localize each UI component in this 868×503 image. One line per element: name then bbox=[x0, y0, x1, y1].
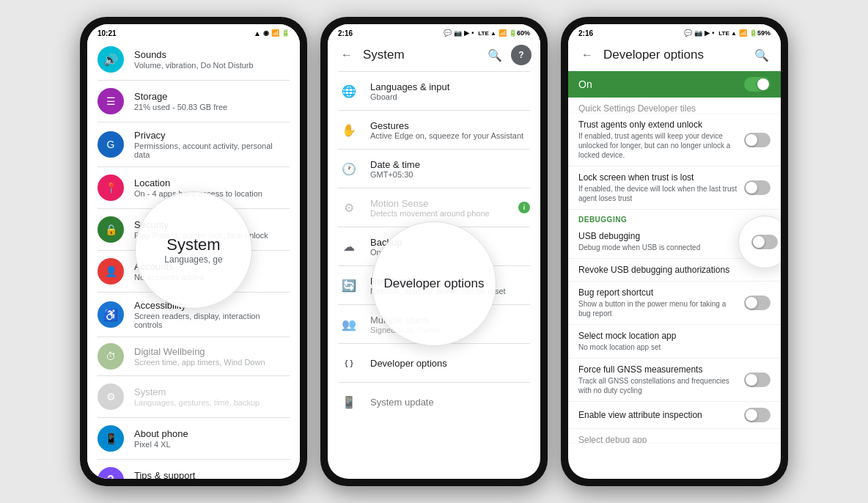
menu-system-update[interactable]: 📱 System update bbox=[328, 383, 540, 421]
settings-item-storage[interactable]: ☰ Storage 21% used - 50.83 GB free bbox=[87, 81, 300, 122]
status-bar-2: 2:16 💬 📷 ▶ • LTE ▲ 📶 🔋60% bbox=[328, 24, 540, 39]
status-icons-2: 💬 📷 ▶ • LTE ▲ 📶 🔋60% bbox=[444, 29, 530, 37]
dev-master-toggle-thumb bbox=[757, 78, 769, 90]
digital-wellbeing-icon: ⏱ bbox=[98, 343, 124, 370]
screen-title-2: System bbox=[363, 48, 479, 62]
menu-gestures[interactable]: ✋ Gestures Active Edge on, squeeze for y… bbox=[328, 111, 540, 149]
settings-item-about[interactable]: 📱 About phone Pixel 4 XL bbox=[87, 418, 300, 459]
settings-list-1: 🔊 Sounds Volume, vibration, Do Not Distu… bbox=[87, 39, 300, 479]
about-icon: 📱 bbox=[98, 425, 124, 452]
dev-option-gnss[interactable]: Force full GNSS measurements Track all G… bbox=[568, 359, 781, 402]
motion-sense-icon: ⚙ bbox=[338, 197, 360, 219]
status-icons-3: 💬 📷 ▶ • LTE ▲ 📶 🔋59% bbox=[684, 29, 770, 37]
accessibility-icon: ♿ bbox=[98, 301, 124, 328]
developer-icon: { } bbox=[338, 352, 360, 374]
time-2: 2:16 bbox=[338, 29, 353, 37]
reset-icon: 🔄 bbox=[338, 274, 360, 296]
storage-icon: ☰ bbox=[98, 88, 124, 114]
users-icon: 👥 bbox=[338, 313, 360, 335]
security-icon: 🔒 bbox=[98, 216, 124, 243]
settings-item-sounds[interactable]: 🔊 Sounds Volume, vibration, Do Not Distu… bbox=[87, 39, 300, 80]
accounts-icon: 👤 bbox=[98, 258, 124, 284]
dev-master-toggle[interactable] bbox=[744, 77, 770, 92]
location-icon: 📍 bbox=[98, 175, 124, 201]
usb-debugging-toggle[interactable] bbox=[751, 235, 778, 249]
system-menu: 🌐 Languages & input Gboard ✋ Gestures Ac… bbox=[328, 72, 540, 479]
dev-on-label: On bbox=[578, 78, 592, 90]
datetime-icon: 🕐 bbox=[338, 158, 360, 180]
dev-option-mock-location[interactable]: Select mock location app No mock locatio… bbox=[568, 325, 781, 359]
back-button-3[interactable]: ← bbox=[577, 45, 597, 65]
app-bar-3: ← Developer options 🔍 bbox=[568, 39, 781, 71]
system-update-icon: 📱 bbox=[338, 391, 360, 413]
time-3: 2:16 bbox=[578, 29, 593, 37]
settings-item-tips[interactable]: ? Tips & support Help articles, phone & … bbox=[87, 460, 300, 479]
search-button-3[interactable]: 🔍 bbox=[751, 45, 772, 65]
sounds-title: Sounds bbox=[134, 49, 290, 60]
search-button-2[interactable]: 🔍 bbox=[485, 45, 505, 65]
system-icon: ⚙ bbox=[98, 383, 124, 410]
phone-1: 10:21 ▲ ◉ 📶 🔋 🔊 Sounds Volume, vibration… bbox=[80, 17, 307, 486]
help-button-2[interactable]: ? bbox=[511, 45, 532, 65]
developer-circle-text: Developer options bbox=[376, 276, 491, 291]
privacy-icon: G bbox=[98, 131, 124, 158]
dev-option-debug-app[interactable]: Select debug app bbox=[568, 429, 781, 444]
app-bar-2: ← System 🔍 ? bbox=[328, 39, 540, 71]
gnss-toggle[interactable] bbox=[744, 372, 770, 387]
status-bar-1: 10:21 ▲ ◉ 📶 🔋 bbox=[87, 24, 300, 39]
phone-2: 2:16 💬 📷 ▶ • LTE ▲ 📶 🔋60% ← System 🔍 ? 🌐 bbox=[320, 17, 548, 486]
circle-text: System bbox=[166, 235, 220, 254]
dev-option-trust-agents[interactable]: Trust agents only extend unlock If enabl… bbox=[568, 114, 781, 166]
bug-report-toggle[interactable] bbox=[744, 295, 770, 310]
settings-item-system[interactable]: ⚙ System Languages, gestures, time, back… bbox=[87, 376, 300, 417]
back-button-2[interactable]: ← bbox=[336, 45, 357, 65]
dev-option-usb-debugging[interactable]: USB debugging Debug mode when USB is con… bbox=[568, 225, 781, 259]
time-1: 10:21 bbox=[98, 29, 117, 37]
developer-circle-overlay: Developer options bbox=[372, 221, 496, 346]
status-icons-1: ▲ ◉ 📶 🔋 bbox=[254, 29, 290, 37]
dev-option-view-attr[interactable]: Enable view attribute inspection bbox=[568, 402, 781, 429]
backup-icon: ☁ bbox=[338, 235, 360, 257]
menu-developer[interactable]: { } Developer options bbox=[328, 344, 540, 382]
dev-option-lock-screen[interactable]: Lock screen when trust is lost If enable… bbox=[568, 166, 781, 210]
sounds-icon: 🔊 bbox=[98, 46, 124, 73]
tips-icon: ? bbox=[98, 467, 124, 479]
system-circle-overlay: System Languages, ge bbox=[135, 191, 252, 309]
developer-options-list: Quick Settings Developer tiles Trust age… bbox=[568, 98, 781, 479]
languages-icon: 🌐 bbox=[338, 80, 360, 102]
menu-datetime[interactable]: 🕐 Date & time GMT+05:30 bbox=[328, 150, 540, 188]
dev-option-bug-report[interactable]: Bug report shortcut Show a button in the… bbox=[568, 282, 781, 325]
trust-agents-toggle[interactable] bbox=[744, 133, 770, 147]
lock-screen-toggle[interactable] bbox=[744, 180, 770, 195]
dev-option-quick-settings[interactable]: Quick Settings Developer tiles bbox=[568, 98, 781, 114]
status-bar-3: 2:16 💬 📷 ▶ • LTE ▲ 📶 🔋59% bbox=[568, 24, 781, 39]
menu-languages[interactable]: 🌐 Languages & input Gboard bbox=[328, 72, 540, 110]
settings-item-privacy[interactable]: G Privacy Permissions, account activity,… bbox=[87, 122, 300, 166]
screen-title-3: Developer options bbox=[603, 48, 746, 62]
settings-item-digital-wellbeing[interactable]: ⏱ Digital Wellbeing Screen time, app tim… bbox=[87, 337, 300, 375]
dev-toggle-bar: On bbox=[568, 71, 781, 98]
phone-3: 2:16 💬 📷 ▶ • LTE ▲ 📶 🔋59% ← Developer op… bbox=[561, 17, 788, 486]
circle-subtext: Languages, ge bbox=[164, 254, 222, 265]
gestures-icon: ✋ bbox=[338, 119, 360, 141]
sounds-subtitle: Volume, vibration, Do Not Disturb bbox=[134, 61, 290, 70]
view-attr-toggle[interactable] bbox=[744, 408, 770, 422]
motion-sense-badge: i bbox=[518, 202, 530, 213]
